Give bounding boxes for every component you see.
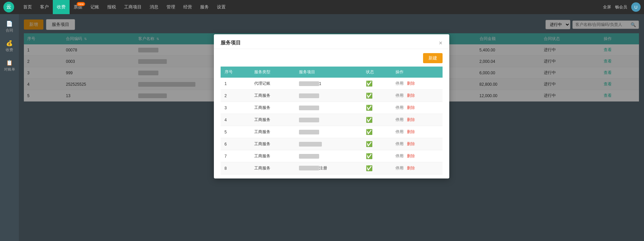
stop-btn-3[interactable]: 停用 <box>395 105 404 110</box>
list-item: 6 工商服务 ████████ ✅ 停用 删除 <box>221 138 443 150</box>
nav-fee[interactable]: 收费 <box>53 0 70 14</box>
modal-title: 服务项目 <box>221 40 241 46</box>
top-nav: 云 首页 客户 收费 票据 new 记账 报税 工商项目 消息 管理 经营 服务… <box>0 0 644 14</box>
nav-invoice[interactable]: 票据 new <box>70 0 86 14</box>
list-item: 8 工商服务 ████注册 ✅ 停用 删除 <box>221 162 443 174</box>
stop-btn-4[interactable]: 停用 <box>395 117 404 122</box>
status-check-4: ✅ <box>366 117 373 123</box>
modal-overlay: 服务项目 × 新建 序号 服务类型 服务项目 <box>19 14 644 241</box>
nav-message[interactable]: 消息 <box>146 0 162 14</box>
delete-btn-4[interactable]: 删除 <box>407 117 415 122</box>
stop-btn-2[interactable]: 停用 <box>395 93 404 98</box>
modal-col-type: 服务类型 <box>250 67 295 78</box>
stop-btn-1[interactable]: 停用 <box>395 81 404 86</box>
nav-tax[interactable]: 报税 <box>103 0 120 14</box>
list-item: 4 工商服务 ████ ✅ 停用 删除 <box>221 114 443 126</box>
stop-btn-6[interactable]: 停用 <box>395 142 404 146</box>
nav-bookkeeping[interactable]: 记账 <box>86 0 103 14</box>
modal-col-action: 操作 <box>391 67 442 78</box>
nav-manage[interactable]: 管理 <box>162 0 179 14</box>
list-item: 1 代理记账 ████1 ✅ 停用 删除 <box>221 78 443 90</box>
list-item: 5 工商服务 ████ ✅ 停用 删除 <box>221 126 443 138</box>
delete-btn-6[interactable]: 删除 <box>407 142 415 146</box>
delete-btn-5[interactable]: 删除 <box>407 129 415 134</box>
nav-service[interactable]: 服务 <box>196 0 213 14</box>
modal-col-status: 状态 <box>362 67 391 78</box>
modal-header: 服务项目 × <box>214 34 449 49</box>
nav-settings[interactable]: 设置 <box>213 0 230 14</box>
nav-commerce[interactable]: 工商项目 <box>120 0 146 14</box>
contract-icon: 📄 <box>6 20 13 27</box>
delete-btn-1[interactable]: 删除 <box>407 81 415 86</box>
nav-client[interactable]: 客户 <box>36 0 53 14</box>
sidebar-item-contract[interactable]: 📄 合同 <box>1 17 18 36</box>
modal-toolbar: 新建 <box>221 53 443 63</box>
modal-table-wrap[interactable]: 序号 服务类型 服务项目 状态 操作 1 代理记账 <box>221 67 443 174</box>
modal-col-id: 序号 <box>221 67 250 78</box>
list-item: 7 工商服务 ████ ✅ 停用 删除 <box>221 150 443 162</box>
status-check-8: ✅ <box>366 165 373 171</box>
delete-btn-8[interactable]: 删除 <box>407 166 415 170</box>
stop-btn-8[interactable]: 停用 <box>395 166 404 170</box>
new-badge: new <box>77 2 85 6</box>
sidebar-label-contract: 合同 <box>6 28 13 33</box>
stop-btn-7[interactable]: 停用 <box>395 154 404 158</box>
status-check-7: ✅ <box>366 153 373 159</box>
status-check-6: ✅ <box>366 141 373 147</box>
modal-close-button[interactable]: × <box>439 40 443 46</box>
status-check-2: ✅ <box>366 93 373 98</box>
statement-icon: 📋 <box>6 59 13 66</box>
status-check-1: ✅ <box>366 81 373 86</box>
member-btn[interactable]: 畅会员 <box>615 4 627 10</box>
sidebar-item-fee[interactable]: 💰 收费 <box>1 37 18 55</box>
sidebar-label-statement: 对账单 <box>4 67 15 72</box>
status-check-5: ✅ <box>366 129 373 135</box>
avatar[interactable]: U <box>631 2 641 12</box>
fullscreen-btn[interactable]: 全屏 <box>603 4 611 10</box>
stop-btn-5[interactable]: 停用 <box>395 129 404 134</box>
delete-btn-2[interactable]: 删除 <box>407 93 415 98</box>
nav-right-area: 全屏 畅会员 U <box>603 2 641 12</box>
delete-btn-7[interactable]: 删除 <box>407 154 415 158</box>
sidebar: 📄 合同 💰 收费 📋 对账单 <box>0 14 19 241</box>
main-layout: 📄 合同 💰 收费 📋 对账单 新增 服务项目 进行中 全部 已结束 <box>0 14 644 241</box>
list-item: 3 工商服务 ████ ✅ 停用 删除 <box>221 102 443 114</box>
fee-icon: 💰 <box>6 40 13 46</box>
sidebar-item-statement[interactable]: 📋 对账单 <box>1 56 18 75</box>
status-check-3: ✅ <box>366 105 373 111</box>
delete-btn-3[interactable]: 删除 <box>407 105 415 110</box>
list-item: 2 工商服务 ████ ✅ 停用 删除 <box>221 90 443 102</box>
modal-col-item: 服务项目 <box>295 67 362 78</box>
nav-home[interactable]: 首页 <box>19 0 36 14</box>
modal-service-items: 服务项目 × 新建 序号 服务类型 服务项目 <box>214 34 449 178</box>
content-area: 新增 服务项目 进行中 全部 已结束 🔍 序号 合同编码 ⇅ <box>19 14 644 241</box>
nav-operation[interactable]: 经营 <box>179 0 196 14</box>
modal-body: 新建 序号 服务类型 服务项目 状态 操作 <box>214 49 449 178</box>
service-items-table: 序号 服务类型 服务项目 状态 操作 1 代理记账 <box>221 67 443 174</box>
modal-new-button[interactable]: 新建 <box>423 53 443 63</box>
app-logo: 云 <box>3 2 14 12</box>
sidebar-label-fee: 收费 <box>6 47 13 52</box>
